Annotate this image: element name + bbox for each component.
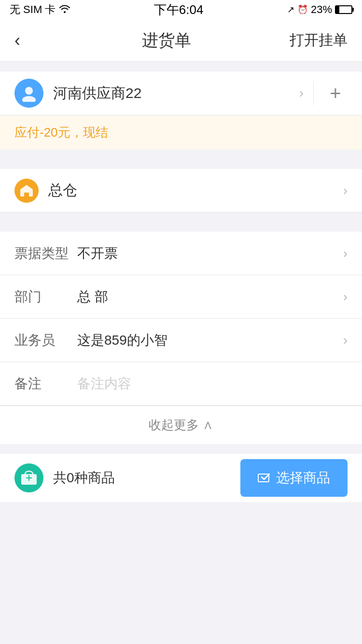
svg-point-0	[25, 87, 33, 95]
avatar	[14, 79, 43, 108]
section-gap-2	[0, 159, 362, 169]
back-button[interactable]: ‹	[14, 30, 43, 51]
location-icon: ↗	[287, 4, 294, 15]
warehouse-label: 总仓	[48, 181, 338, 200]
salesperson-label: 业务员	[14, 331, 77, 350]
department-label: 部门	[14, 288, 77, 306]
form-section: 票据类型 不开票 › 部门 总 部 › 业务员 这是859的小智 › 备注 备注…	[0, 222, 362, 444]
supplier-section: 河南供应商22 › +	[0, 71, 362, 115]
status-right: ↗ ⏰ 23%	[287, 3, 352, 16]
open-pending-button[interactable]: 打开挂单	[290, 30, 348, 50]
svg-marker-3	[20, 185, 33, 190]
warehouse-chevron-icon: ›	[343, 183, 348, 198]
product-icon	[14, 463, 43, 492]
warehouse-icon	[14, 179, 39, 203]
department-value: 总 部	[77, 288, 338, 306]
svg-point-1	[22, 96, 36, 102]
carrier-text: 无 SIM 卡	[10, 2, 56, 17]
warehouse-row[interactable]: 总仓 ›	[0, 169, 362, 212]
nav-bar: ‹ 进货单 打开挂单	[0, 19, 362, 62]
supplier-chevron-icon: ›	[299, 85, 304, 101]
page-title: 进货单	[142, 29, 191, 52]
salesperson-chevron-icon: ›	[343, 333, 348, 348]
department-row[interactable]: 部门 总 部 ›	[0, 275, 362, 319]
vertical-divider	[313, 81, 314, 105]
select-product-button[interactable]: 选择商品	[240, 459, 348, 497]
bottom-bar: 共0种商品 选择商品	[0, 454, 362, 502]
main-content: 河南供应商22 › + 应付-20元，现结 总仓 › 票据类型	[0, 62, 362, 512]
department-chevron-icon: ›	[343, 289, 348, 305]
supplier-name: 河南供应商22	[53, 84, 294, 103]
warehouse-section: 总仓 ›	[0, 159, 362, 212]
status-left: 无 SIM 卡	[10, 2, 70, 17]
svg-rect-8	[258, 474, 269, 482]
wifi-icon	[59, 3, 70, 16]
notice-text: 应付-20元，现结	[14, 125, 108, 140]
ticket-type-label: 票据类型	[14, 244, 77, 263]
ticket-chevron-icon: ›	[343, 246, 348, 261]
ticket-type-row[interactable]: 票据类型 不开票 ›	[0, 232, 362, 275]
supplier-row[interactable]: 河南供应商22 ›	[14, 71, 304, 115]
remarks-label: 备注	[14, 375, 77, 393]
section-gap-3	[0, 222, 362, 232]
battery-percent: 23%	[311, 3, 332, 16]
select-product-label: 选择商品	[276, 469, 330, 487]
alarm-icon: ⏰	[297, 4, 308, 15]
salesperson-row[interactable]: 业务员 这是859的小智 ›	[0, 319, 362, 362]
status-time: 下午6:04	[154, 1, 204, 18]
remarks-placeholder: 备注内容	[77, 375, 348, 393]
product-count-text: 共0种商品	[53, 469, 240, 487]
salesperson-value: 这是859的小智	[77, 331, 338, 350]
svg-rect-4	[24, 193, 29, 196]
remarks-row[interactable]: 备注 备注内容	[0, 362, 362, 406]
section-gap-1	[0, 62, 362, 71]
battery-icon	[335, 5, 352, 14]
status-bar: 无 SIM 卡 下午6:04 ↗ ⏰ 23%	[0, 0, 362, 19]
notice-banner: 应付-20元，现结	[0, 115, 362, 150]
collapse-label: 收起更多 ∧	[149, 417, 213, 434]
ticket-type-value: 不开票	[77, 244, 338, 263]
collapse-button[interactable]: 收起更多 ∧	[0, 406, 362, 444]
add-supplier-button[interactable]: +	[323, 84, 348, 103]
